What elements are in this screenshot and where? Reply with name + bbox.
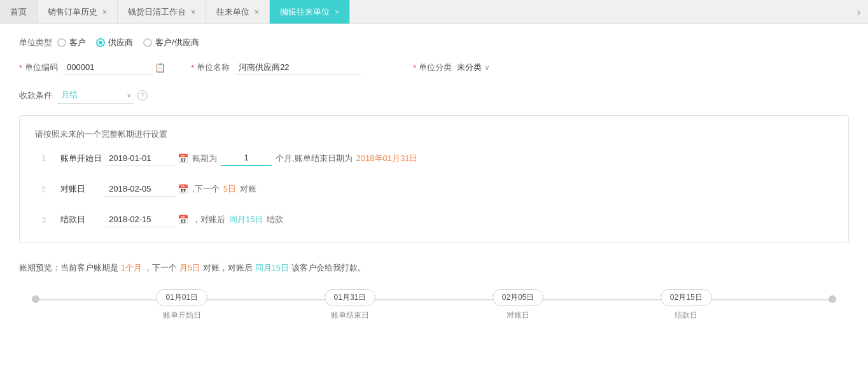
- row-1-period-unit: 个月,账单结束日期为: [276, 153, 353, 164]
- unit-name-input[interactable]: [235, 60, 362, 75]
- payment-value: 月结: [57, 87, 134, 104]
- row-label-3: 结款日: [60, 214, 105, 225]
- radio-group-unit-type: 客户 供应商 客户/供应商: [57, 37, 199, 48]
- preview-text: 账期预览：当前客户账期是 1个月 ，下一个 月5日 对账，对账后 同月15日 该…: [19, 262, 849, 274]
- tab-partner[interactable]: 往来单位 ×: [206, 0, 270, 24]
- settings-row-2: 2 对账日 📅 ,下一个 5日 对账: [35, 181, 833, 197]
- tab-bar: 首页 销售订单历史 × 钱货日清工作台 × 往来单位 × 编辑往来单位 × ›: [0, 0, 868, 24]
- row-2-date-input[interactable]: [105, 181, 175, 197]
- tab-more-button[interactable]: ›: [850, 6, 868, 18]
- row-num-3: 3: [41, 215, 54, 225]
- unit-name-label: 单位名称: [197, 62, 230, 73]
- row-3-date-input[interactable]: [105, 212, 175, 227]
- row-2-calendar-icon[interactable]: 📅: [178, 184, 188, 194]
- unit-classify-dropdown[interactable]: 未分类 ∨: [457, 62, 490, 73]
- row-3-highlight: 同月15日: [229, 214, 263, 225]
- preview-label: 账期预览：当前客户账期是: [19, 263, 118, 272]
- tab-sales-history-close[interactable]: ×: [102, 8, 107, 17]
- preview-sep1: ，下一个: [144, 263, 177, 272]
- settings-row-3: 3 结款日 📅 ，对账后 同月15日 结款: [35, 212, 833, 227]
- preview-part2: 月5日: [179, 263, 200, 272]
- unit-code-input[interactable]: [63, 60, 152, 75]
- settings-row-1: 1 账单开始日 📅 账期为 个月,账单结束日期为 2018年01月31日: [35, 150, 833, 166]
- row-2-suffix2: 对账: [240, 183, 256, 195]
- timeline-node-3: 02月05日 对账日: [493, 289, 544, 321]
- unit-code-copy-icon[interactable]: 📋: [155, 62, 165, 73]
- tab-home-label: 首页: [10, 6, 27, 18]
- timeline-dot-left: [32, 295, 39, 303]
- timeline-label-2: 账单结束日: [331, 310, 369, 321]
- unit-name-star: *: [191, 63, 194, 73]
- unit-type-label: 单位类型: [19, 37, 52, 48]
- radio-both-label: 客户/供应商: [155, 37, 199, 48]
- timeline-end-dot: [829, 289, 836, 303]
- timeline-label-3: 对账日: [507, 310, 529, 321]
- row-1-period-input[interactable]: [221, 150, 272, 166]
- unit-type-group: 单位类型 客户 供应商 客户/供应商: [19, 37, 199, 48]
- unit-code-star: *: [19, 63, 22, 73]
- timeline-pill-2: 01月31日: [325, 289, 376, 306]
- preview-part3: 同月15日: [255, 263, 289, 272]
- settings-title: 请按照未来的一个完整帐期进行设置: [35, 129, 833, 140]
- tab-sales-history[interactable]: 销售订单历史 ×: [38, 0, 118, 24]
- unit-classify-label: 单位分类: [419, 62, 452, 73]
- unit-classify-star: *: [413, 63, 416, 73]
- timeline-label-1: 账单开始日: [163, 310, 201, 321]
- timeline-items: 01月01日 账单开始日 01月31日 账单结束日 02月05日 对账日 02月…: [32, 289, 836, 321]
- row-1-date-input[interactable]: [105, 151, 175, 166]
- unit-classify-arrow-icon: ∨: [484, 63, 490, 72]
- row-num-1: 1: [41, 153, 54, 163]
- row-3-suffix2: 结款: [267, 214, 283, 225]
- row-3-suffix: ，对账后: [192, 214, 225, 225]
- row-1-end-date: 2018年01月31日: [356, 153, 418, 164]
- unit-code-label: 单位编码: [25, 62, 58, 73]
- row-1-suffix: 账期为: [192, 153, 217, 164]
- unit-classify-value: 未分类: [457, 62, 482, 73]
- unit-classify-group: * 单位分类 未分类 ∨: [413, 62, 490, 73]
- payment-dropdown[interactable]: 月结 ∨: [57, 87, 134, 104]
- timeline-label-4: 结款日: [675, 310, 697, 321]
- tab-partner-close[interactable]: ×: [255, 8, 259, 17]
- timeline-container: 01月01日 账单开始日 01月31日 账单结束日 02月05日 对账日 02月…: [19, 289, 849, 321]
- radio-supplier-circle: [96, 38, 105, 47]
- tab-edit-partner[interactable]: 编辑往来单位 ×: [270, 0, 350, 24]
- row-3-calendar-icon[interactable]: 📅: [178, 215, 188, 225]
- preview-suffix: 该客户会给我打款。: [291, 263, 366, 272]
- settings-box: 请按照未来的一个完整帐期进行设置 1 账单开始日 📅 账期为 个月,账单结束日期…: [19, 115, 849, 243]
- tab-edit-partner-label: 编辑往来单位: [280, 6, 330, 18]
- timeline-pill-4: 02月15日: [661, 289, 712, 306]
- timeline-pill-1: 01月01日: [156, 289, 207, 306]
- row-2-highlight: 5日: [223, 183, 236, 195]
- radio-supplier[interactable]: 供应商: [96, 37, 133, 48]
- unit-name-group: * 单位名称: [191, 60, 362, 75]
- unit-type-row: 单位类型 客户 供应商 客户/供应商: [19, 37, 849, 48]
- preview-part1: 1个月: [121, 263, 142, 272]
- timeline-pill-3: 02月05日: [493, 289, 544, 306]
- radio-customer[interactable]: 客户: [57, 37, 86, 48]
- main-content: 单位类型 客户 供应商 客户/供应商 * 单位编码: [0, 24, 868, 387]
- tab-cash-workbench-label: 钱货日清工作台: [128, 6, 186, 18]
- tab-home[interactable]: 首页: [0, 0, 38, 24]
- preview-sep2: 对账，对账后: [203, 263, 253, 272]
- tab-edit-partner-close[interactable]: ×: [335, 8, 339, 17]
- timeline-start-dot: [32, 289, 39, 303]
- tab-cash-workbench-close[interactable]: ×: [191, 8, 195, 17]
- tab-partner-label: 往来单位: [216, 6, 249, 18]
- unit-code-group: * 单位编码 📋: [19, 60, 165, 75]
- payment-help-icon[interactable]: ?: [137, 90, 148, 101]
- timeline-node-2: 01月31日 账单结束日: [325, 289, 376, 321]
- tab-sales-history-label: 销售订单历史: [48, 6, 97, 18]
- row-num-2: 2: [41, 185, 54, 194]
- payment-label: 收款条件: [19, 90, 52, 101]
- tab-cash-workbench[interactable]: 钱货日清工作台 ×: [118, 0, 206, 24]
- payment-group: 收款条件 月结 ∨ ?: [19, 87, 148, 104]
- preview-section: 账期预览：当前客户账期是 1个月 ，下一个 月5日 对账，对账后 同月15日 该…: [19, 256, 849, 334]
- radio-customer-label: 客户: [69, 37, 86, 48]
- row-label-2: 对账日: [60, 183, 105, 195]
- row-2-suffix: ,下一个: [192, 183, 220, 195]
- radio-supplier-label: 供应商: [108, 37, 133, 48]
- row-1-calendar-icon[interactable]: 📅: [178, 153, 188, 164]
- timeline-node-1: 01月01日 账单开始日: [156, 289, 207, 321]
- radio-both[interactable]: 客户/供应商: [143, 37, 199, 48]
- radio-both-circle: [143, 38, 152, 47]
